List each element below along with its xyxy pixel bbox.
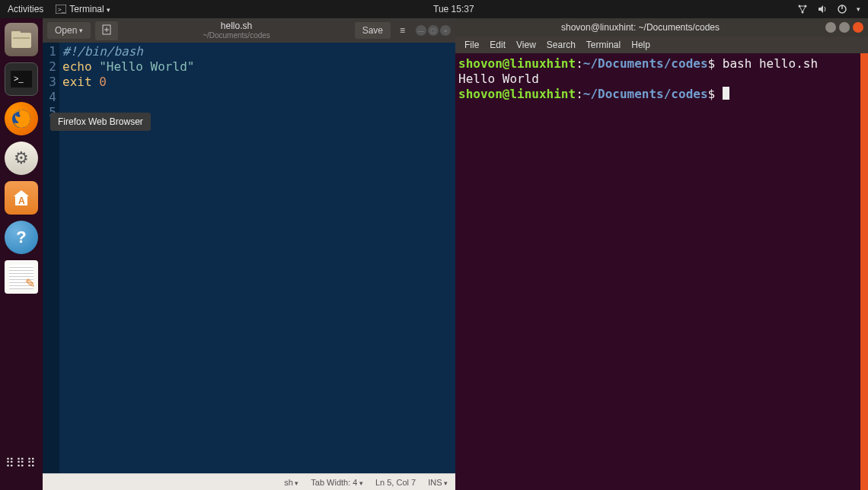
gedit-window: Open hello.sh ~/Documents/codes Save ≡ —… xyxy=(43,18,455,490)
prompt-user: shovon@linuxhint xyxy=(458,56,576,71)
prompt-colon: : xyxy=(576,87,583,101)
gedit-cursor-position: Ln 5, Col 7 xyxy=(369,478,422,487)
prompt-dollar: $ xyxy=(708,87,716,101)
gedit-line-gutter: 1 2 3 4 5 xyxy=(43,43,59,473)
terminal-titlebar: shovon@linuxhint: ~/Documents/codes xyxy=(455,18,868,37)
terminal-scrollbar[interactable] xyxy=(860,53,868,490)
prompt-user: shovon@linuxhint xyxy=(458,87,576,101)
terminal-menu-edit[interactable]: Edit xyxy=(485,38,510,52)
svg-rect-9 xyxy=(13,37,30,39)
terminal-maximize-button[interactable] xyxy=(839,22,850,33)
code-number: 0 xyxy=(99,75,107,89)
dock-text-editor-icon[interactable] xyxy=(5,260,38,294)
dock-tooltip: Firefox Web Browser xyxy=(50,113,151,131)
clock[interactable]: Tue 15:37 xyxy=(110,4,797,14)
line-number: 4 xyxy=(43,90,56,105)
network-icon[interactable] xyxy=(797,4,808,14)
line-number: 1 xyxy=(43,44,56,59)
activities-button[interactable]: Activities xyxy=(8,4,43,14)
dock-files-icon[interactable] xyxy=(5,23,38,56)
dock-settings-icon[interactable]: ⚙ xyxy=(5,142,38,175)
terminal-menu-search[interactable]: Search xyxy=(542,38,580,52)
terminal-command: bash hello.sh xyxy=(715,56,818,71)
gedit-minimize-button[interactable]: — xyxy=(416,25,426,36)
terminal-window: shovon@linuxhint: ~/Documents/codes File… xyxy=(455,18,868,490)
gedit-insert-mode[interactable]: INS xyxy=(422,478,448,487)
app-menu-label: Terminal xyxy=(69,4,110,14)
dock-help-icon[interactable]: ? xyxy=(5,221,38,254)
terminal-title: shovon@linuxhint: ~/Documents/codes xyxy=(455,22,825,33)
terminal-cursor xyxy=(723,87,729,100)
gedit-headerbar: Open hello.sh ~/Documents/codes Save ≡ —… xyxy=(43,18,455,43)
prompt-dollar: $ xyxy=(708,56,716,71)
terminal-menu-help[interactable]: Help xyxy=(627,38,655,52)
gedit-editor-area[interactable]: 1 2 3 4 5 #!/bin/bash echo "Hello World"… xyxy=(43,43,455,473)
terminal-menubar: File Edit View Search Terminal Help xyxy=(455,37,868,53)
prompt-path: ~/Documents/codes xyxy=(583,87,708,101)
system-menu-caret[interactable]: ▾ xyxy=(857,5,860,13)
terminal-menu-view[interactable]: View xyxy=(512,38,541,52)
gedit-statusbar: sh Tab Width: 4 Ln 5, Col 7 INS xyxy=(43,473,455,490)
line-number: 2 xyxy=(43,59,56,75)
prompt-path: ~/Documents/codes xyxy=(583,56,708,71)
app-menu[interactable]: >_ Terminal xyxy=(56,4,110,14)
volume-icon[interactable] xyxy=(817,4,828,14)
terminal-menu-terminal[interactable]: Terminal xyxy=(582,38,625,52)
gedit-hamburger-icon[interactable]: ≡ xyxy=(394,22,411,39)
code-echo-keyword: echo xyxy=(62,59,92,74)
gedit-new-doc-button[interactable] xyxy=(95,21,118,40)
svg-text:>_: >_ xyxy=(58,6,65,13)
terminal-output: Hello World xyxy=(458,72,865,87)
power-icon[interactable] xyxy=(837,4,847,14)
system-tray[interactable]: ▾ xyxy=(797,4,860,14)
terminal-minimize-button[interactable] xyxy=(825,22,836,33)
ubuntu-dock: >_ ⚙ A ? ⠿⠿⠿ xyxy=(0,18,43,490)
terminal-window-controls xyxy=(825,22,868,33)
svg-text:>_: >_ xyxy=(14,74,24,83)
terminal-indicator-icon: >_ xyxy=(56,4,66,14)
terminal-close-button[interactable] xyxy=(853,22,863,33)
terminal-menu-file[interactable]: File xyxy=(460,38,483,52)
code-string: "Hello World" xyxy=(99,59,194,74)
gnome-top-bar: Activities >_ Terminal Tue 15:37 ▾ xyxy=(0,0,868,18)
line-number: 3 xyxy=(43,75,56,90)
svg-text:A: A xyxy=(18,196,25,206)
gedit-language-selector[interactable]: sh xyxy=(278,478,305,487)
gedit-tabwidth-selector[interactable]: Tab Width: 4 xyxy=(305,478,369,487)
gedit-save-button[interactable]: Save xyxy=(355,22,391,39)
gedit-code[interactable]: #!/bin/bash echo "Hello World" exit 0 xyxy=(59,43,197,473)
dock-show-apps-icon[interactable]: ⠿⠿⠿ xyxy=(5,446,38,479)
svg-rect-8 xyxy=(11,31,21,36)
dock-terminal-icon[interactable]: >_ xyxy=(5,62,38,96)
gedit-title-area: hello.sh ~/Documents/codes xyxy=(118,21,354,40)
dock-firefox-icon[interactable] xyxy=(5,102,38,135)
dock-software-icon[interactable]: A xyxy=(5,181,38,215)
gedit-maximize-button[interactable]: ▢ xyxy=(428,25,439,36)
gedit-filename: hello.sh xyxy=(118,21,354,31)
code-exit-keyword: exit xyxy=(62,75,92,89)
gedit-open-button[interactable]: Open xyxy=(47,22,91,39)
prompt-colon: : xyxy=(576,56,583,71)
gedit-window-controls: — ▢ × xyxy=(416,25,451,36)
workspace: Open hello.sh ~/Documents/codes Save ≡ —… xyxy=(43,18,868,490)
code-shebang: #!/bin/bash xyxy=(62,44,143,59)
gedit-close-button[interactable]: × xyxy=(440,25,451,36)
gedit-filepath: ~/Documents/codes xyxy=(118,31,354,40)
terminal-body[interactable]: shovon@linuxhint:~/Documents/codes$ bash… xyxy=(455,53,868,490)
